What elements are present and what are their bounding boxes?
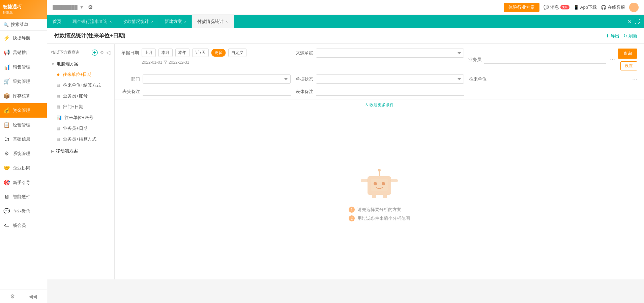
scheme-item-dept-date[interactable]: ▦ 部门+日期: [47, 101, 114, 112]
tab-cash-flow-close[interactable]: ×: [110, 20, 112, 24]
sidebar-item-wechat[interactable]: 💬 企业微信: [0, 204, 47, 218]
sidebar-item-vip[interactable]: 🏷 畅会员: [0, 218, 47, 233]
header-note-input[interactable]: [143, 88, 291, 96]
tab-cash-flow[interactable]: 现金银行流水查询 ×: [67, 15, 117, 28]
date-btn-this-month[interactable]: 本月: [158, 49, 173, 57]
partner-input[interactable]: [489, 75, 628, 83]
sidebar-item-inventory[interactable]: 📦 库存核算: [0, 89, 47, 103]
salesperson-input[interactable]: [484, 56, 606, 64]
refresh-label: 刷新: [628, 33, 637, 39]
scheme-settings-btn[interactable]: ⚙: [100, 50, 104, 55]
sidebar-collapse-btn[interactable]: ◀◀: [29, 293, 37, 300]
messages-label: 消息: [550, 4, 559, 10]
sidebar-item-quick-nav[interactable]: ⚡ 快捷导航: [0, 31, 47, 45]
refresh-btn[interactable]: ↻ 刷新: [623, 33, 637, 39]
scheme-item-partner-settlement[interactable]: ▦ 往来单位+结算方式: [47, 80, 114, 91]
topbar-settings-icon[interactable]: ⚙: [88, 4, 93, 10]
app-download-btn[interactable]: 📱 App下载: [574, 4, 597, 10]
scheme-item-label3: 部门+日期: [63, 104, 83, 110]
svg-point-2: [374, 182, 377, 185]
sidebar-item-capital[interactable]: 💰 资金管理: [0, 103, 47, 118]
vip-icon: 🏷: [3, 222, 10, 229]
sidebar-settings-btn[interactable]: ⚙: [10, 293, 15, 300]
date-label: 单据日期: [121, 50, 139, 56]
export-btn[interactable]: ⬆ 导出: [606, 33, 619, 39]
svg-point-5: [378, 169, 381, 172]
filter-salesperson-group: 业务员 ··· 查询 设置: [468, 49, 637, 70]
settings-btn[interactable]: 设置: [620, 61, 637, 70]
query-btn[interactable]: 查询: [618, 49, 637, 59]
trial-btn[interactable]: 体验行业方案: [504, 3, 539, 12]
online-service-btn[interactable]: 🎧 在线客服: [601, 4, 625, 10]
header-note-label: 表头备注: [121, 89, 140, 95]
sidebar-item-label: 基础信息: [13, 136, 30, 142]
filter-dept-group: 部门: [121, 74, 291, 84]
message-icon: 💬: [544, 5, 549, 10]
tip-num-1: 1: [349, 207, 355, 213]
capital-icon: 💰: [3, 107, 10, 114]
scheme-item-salesperson-date[interactable]: ▦ 业务员+日期: [47, 123, 114, 134]
sidebar-item-hardware[interactable]: 🖥 智能硬件: [0, 190, 47, 204]
sidebar-search[interactable]: 🔍 搜索菜单: [0, 19, 47, 31]
scheme-item-icon6: ▦: [57, 137, 60, 142]
tab-close-all-btn[interactable]: ✕: [627, 19, 632, 25]
scheme-item-partner-date[interactable]: ● 往来单位+日期: [47, 69, 114, 80]
body-note-label: 表体备注: [295, 89, 313, 95]
collapse-bar[interactable]: ∧ 收起更多条件: [115, 99, 644, 111]
tab-cash-flow-label: 现金银行流水查询: [72, 19, 108, 25]
scheme-group-mobile: ▶ 移动端方案: [47, 146, 114, 156]
quick-nav-icon: ⚡: [3, 35, 10, 41]
scheme-item-partner-date-label: 往来单位+日期: [63, 71, 92, 78]
messages-btn[interactable]: 💬 消息 99+: [544, 4, 569, 10]
scheme-item-partner-account[interactable]: 📊 往来单位+账号: [47, 112, 114, 123]
date-btn-7days[interactable]: 近7天: [192, 49, 209, 57]
tab-payments-close[interactable]: ×: [226, 20, 228, 24]
mobile-group-arrow: ▶: [51, 149, 54, 153]
tab-expand-btn[interactable]: ⛶: [635, 19, 640, 25]
sidebar-item-system[interactable]: ⚙ 系统管理: [0, 146, 47, 161]
sidebar-item-purchase[interactable]: 🛒 采购管理: [0, 74, 47, 89]
status-select[interactable]: [316, 74, 464, 84]
scheme-group-desktop-title[interactable]: ▼ 电脑端方案: [47, 59, 114, 69]
scheme-item-salesperson-settlement[interactable]: ▦ 业务员+结算方式: [47, 134, 114, 145]
page-header: 付款情况统计(往来单位+日期) ⬆ 导出 ↻ 刷新: [47, 28, 644, 44]
date-btn-this-year[interactable]: 本年: [175, 49, 189, 57]
date-btn-more[interactable]: 更多: [211, 49, 226, 57]
mobile-group-label: 移动端方案: [56, 148, 78, 154]
scheme-item-salesperson-account[interactable]: ▦ 业务员+账号: [47, 91, 114, 101]
scheme-add-btn[interactable]: +: [92, 50, 98, 56]
sidebar-item-label: 快捷导航: [13, 35, 30, 41]
empty-tips: 1 请先选择要分析的方案 2 用过滤条件来缩小分析范围: [349, 207, 410, 224]
tab-new-scheme[interactable]: 新建方案 ×: [159, 15, 192, 28]
company-dropdown-icon[interactable]: ▼: [80, 5, 84, 10]
sidebar-item-operations[interactable]: 📋 经营管理: [0, 118, 47, 132]
salesperson-dots[interactable]: ···: [610, 56, 615, 63]
empty-area: 1 请先选择要分析的方案 2 用过滤条件来缩小分析范围: [115, 111, 644, 279]
body-note-input[interactable]: [316, 88, 464, 96]
source-select[interactable]: [316, 49, 464, 58]
tab-receivables[interactable]: 收款情况统计 ×: [117, 15, 159, 28]
filter-query-actions: 查询 设置: [618, 49, 637, 70]
date-btn-custom[interactable]: 自定义: [228, 49, 246, 57]
user-avatar[interactable]: [629, 3, 639, 12]
scheme-collapse-btn[interactable]: ◁: [106, 49, 110, 56]
tab-payments[interactable]: 付款情况统计 ×: [192, 15, 233, 28]
main-area: ████████ ▼ ⚙ 体验行业方案 💬 消息 99+ 📱 App下载 🎧 在…: [47, 0, 644, 303]
dept-select[interactable]: [143, 74, 291, 84]
sidebar-item-sales[interactable]: 📊 销售管理: [0, 60, 47, 74]
filter-source-group: 来源单据: [295, 49, 464, 58]
sidebar-item-label: 营销推广: [13, 50, 30, 56]
tab-new-scheme-close[interactable]: ×: [184, 20, 186, 24]
partner-dots[interactable]: ···: [632, 75, 637, 83]
scheme-group-mobile-title[interactable]: ▶ 移动端方案: [47, 146, 114, 156]
tab-home[interactable]: 首页: [47, 15, 67, 28]
tab-receivables-close[interactable]: ×: [151, 20, 153, 24]
operations-icon: 📋: [3, 122, 10, 128]
sidebar-nav: ⚡ 快捷导航 📢 营销推广 📊 销售管理 🛒 采购管理 📦 库存核算 💰 资金管…: [0, 31, 47, 290]
sidebar-item-enterprise[interactable]: 🤝 企业协同: [0, 161, 47, 175]
sidebar-item-basic-info[interactable]: 🗂 基础信息: [0, 132, 47, 146]
date-btn-last-month[interactable]: 上月: [142, 49, 156, 57]
tab-receivables-label: 收款情况统计: [123, 19, 149, 25]
sidebar-item-marketing[interactable]: 📢 营销推广: [0, 45, 47, 60]
sidebar-item-guide[interactable]: 🎯 新手引导: [0, 175, 47, 190]
